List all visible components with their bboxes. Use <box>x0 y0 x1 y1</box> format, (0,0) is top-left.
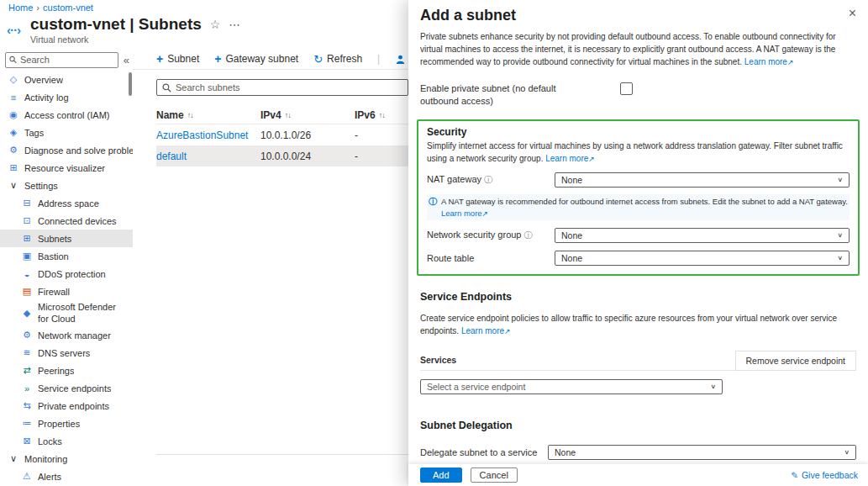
refresh-button[interactable]: ↻Refresh <box>313 53 362 66</box>
sidebar-item-access-control-iam[interactable]: ◉ Access control (IAM) <box>0 106 133 124</box>
private-subnet-label: Enable private subnet (no default outbou… <box>420 82 580 108</box>
security-description: Simplify internet access for virtual mac… <box>427 140 850 165</box>
panel-footer: Add Cancel ✎Give feedback <box>408 464 868 486</box>
sidebar-item-properties[interactable]: ≔ Properties <box>0 415 133 432</box>
breadcrumb-home-link[interactable]: Home <box>8 3 33 13</box>
chevron-down-icon: ∨ <box>8 453 19 464</box>
cancel-button[interactable]: Cancel <box>471 468 518 483</box>
private-subnet-checkbox[interactable] <box>620 82 633 95</box>
sidebar-item-resource-visualizer[interactable]: ⊞ Resource visualizer <box>0 159 133 177</box>
breadcrumb-current-link[interactable]: custom-vnet <box>43 3 93 13</box>
sidebar-item-label: Monitoring <box>24 454 67 464</box>
subnet-name-link[interactable]: AzureBastionSubnet <box>156 129 260 141</box>
route-table-dropdown[interactable]: None∨ <box>555 251 850 266</box>
sidebar-item-connected-devices[interactable]: ⊡ Connected devices <box>0 212 133 230</box>
sidebar-scrollbar[interactable] <box>129 72 132 96</box>
external-link-icon: ↗ <box>588 155 595 163</box>
add-subnet-panel: Add a subnet × Private subnets enhance s… <box>408 0 868 486</box>
toolbar-divider: | <box>377 53 380 65</box>
sidebar-item-peerings[interactable]: ⇄ Peerings <box>0 362 133 379</box>
locks-icon: ⊠ <box>21 436 33 446</box>
sidebar-item-label: Access control (IAM) <box>24 110 109 120</box>
add-gateway-subnet-button[interactable]: +Gateway subnet <box>214 52 298 66</box>
services-column-header: Services <box>420 355 456 370</box>
learn-more-link[interactable]: Learn more <box>744 57 787 66</box>
sidebar-item-label: Alerts <box>38 472 61 482</box>
sidebar-item-firewall[interactable]: ▤ Firewall <box>0 283 133 300</box>
collapse-sidebar-button[interactable]: « <box>124 54 129 66</box>
subnet-search-input[interactable] <box>176 82 402 92</box>
sidebar-search-input[interactable] <box>20 55 114 65</box>
sidebar-menu: ◇ Overview ≡ Activity log ◉ Access contr… <box>0 71 133 485</box>
chevron-down-icon: ∨ <box>8 180 19 191</box>
panel-body: Private subnets enhance security by not … <box>408 27 868 464</box>
sidebar-item-label: Service endpoints <box>38 383 111 394</box>
resource-type-subtitle: Virtual network <box>30 34 240 45</box>
delegate-subnet-dropdown[interactable]: None∨ <box>548 445 856 460</box>
sidebar-item-tags[interactable]: ◈ Tags <box>0 124 133 141</box>
learn-more-link[interactable]: Learn more <box>461 326 504 335</box>
column-header-ipv4[interactable]: IPv4↑↓ <box>260 109 355 121</box>
sidebar-item-private-endpoints[interactable]: ⇆ Private endpoints <box>0 397 133 415</box>
search-icon <box>162 83 171 92</box>
sidebar-item-subnets[interactable]: ⊞ Subnets <box>0 230 133 247</box>
sort-icon: ↑↓ <box>285 111 291 119</box>
pencil-icon: ✎ <box>791 470 798 480</box>
sidebar-item-service-endpoints[interactable]: » Service endpoints <box>0 379 133 397</box>
more-options-icon[interactable]: ⋯ <box>229 18 240 31</box>
azure-portal-page: Home›custom-vnet ‹··› custom-vnet | Subn… <box>0 0 868 486</box>
sidebar-item-locks[interactable]: ⊠ Locks <box>0 432 133 450</box>
learn-more-link[interactable]: Learn more <box>441 209 482 218</box>
sidebar-item-ddos-protection[interactable]: ◒ DDoS protection <box>0 265 133 283</box>
sidebar-item-alerts[interactable]: ⚠ Alerts <box>0 468 133 485</box>
subnet-ipv4-value: 10.0.0.0/24 <box>260 151 355 162</box>
access-control-icon: ◉ <box>8 109 19 120</box>
favorite-star-icon[interactable]: ☆ <box>210 18 221 31</box>
add-subnet-button[interactable]: +Subnet <box>156 52 199 66</box>
address-space-icon: ⊟ <box>21 198 33 209</box>
sidebar-item-microsoft-defender-for-cloud[interactable]: ◆ Microsoft Defender for Cloud <box>0 300 133 326</box>
sidebar-item-diagnose-and-solve-problems[interactable]: ⚙ Diagnose and solve problems <box>0 141 133 159</box>
virtual-network-icon: ‹··› <box>7 23 30 37</box>
service-endpoints-table-header: Services Remove service endpoint <box>420 351 856 371</box>
subnet-name-link[interactable]: default <box>156 151 260 162</box>
sidebar-item-label: Firewall <box>38 287 70 297</box>
breadcrumb: Home›custom-vnet <box>8 3 93 13</box>
sidebar-item-label: Resource visualizer <box>24 163 105 173</box>
refresh-icon: ↻ <box>313 53 323 66</box>
column-header-name[interactable]: Name↑↓ <box>156 109 260 121</box>
external-link-icon: ↗ <box>482 209 489 218</box>
give-feedback-link[interactable]: ✎Give feedback <box>791 470 858 480</box>
sidebar-item-label: Subnets <box>38 234 71 244</box>
add-button[interactable]: Add <box>420 468 462 483</box>
sidebar-item-label: Peerings <box>38 366 74 376</box>
network-manager-icon: ⚙ <box>21 330 33 341</box>
service-endpoint-select[interactable]: Select a service endpoint∨ <box>420 379 723 394</box>
sidebar-item-label: Microsoft Defender for Cloud <box>38 302 125 325</box>
breadcrumb-separator: › <box>36 3 39 13</box>
sidebar-item-overview[interactable]: ◇ Overview <box>0 71 133 88</box>
close-icon[interactable]: × <box>849 7 856 20</box>
sidebar-item-settings[interactable]: ∨ Settings <box>0 177 133 194</box>
sidebar-item-activity-log[interactable]: ≡ Activity log <box>0 88 133 106</box>
sidebar-item-monitoring[interactable]: ∨ Monitoring <box>0 450 133 468</box>
page-header: ‹··› custom-vnet | Subnets ☆ ⋯ Virtual n… <box>7 15 240 45</box>
list-bottom-divider <box>156 454 408 455</box>
chevron-down-icon: ∨ <box>710 383 716 390</box>
nat-gateway-dropdown[interactable]: None∨ <box>555 172 850 188</box>
learn-more-link[interactable]: Learn more <box>545 154 588 163</box>
chevron-down-icon: ∨ <box>844 449 850 456</box>
sidebar-item-dns-servers[interactable]: ≋ DNS servers <box>0 344 133 362</box>
external-link-icon: ↗ <box>787 58 794 66</box>
chevron-down-icon: ∨ <box>837 177 843 183</box>
sort-icon: ↑↓ <box>379 111 385 119</box>
sidebar-item-bastion[interactable]: ▣ Bastion <box>0 247 133 265</box>
sidebar-item-address-space[interactable]: ⊟ Address space <box>0 194 133 212</box>
subnet-ipv4-value: 10.0.1.0/26 <box>260 129 355 141</box>
security-heading: Security <box>427 126 850 138</box>
sidebar-item-label: Settings <box>24 181 58 191</box>
sidebar-item-network-manager[interactable]: ⚙ Network manager <box>0 326 133 344</box>
subnets-icon: ⊞ <box>21 233 33 244</box>
network-security-group-dropdown[interactable]: None∨ <box>555 228 850 243</box>
sidebar-item-label: Address space <box>38 198 99 209</box>
